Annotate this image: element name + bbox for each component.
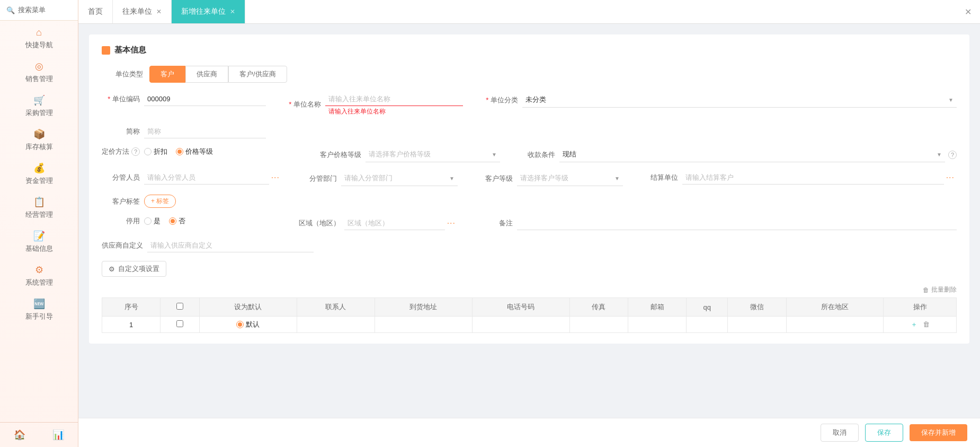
batch-delete-label: 批量删除 bbox=[931, 285, 957, 294]
remarks-input[interactable] bbox=[517, 216, 957, 230]
select-all-checkbox[interactable] bbox=[176, 303, 183, 310]
sidebar-item-operations[interactable]: 📋 经营管理 bbox=[0, 190, 78, 224]
type-btn-customer[interactable]: 客户 bbox=[149, 66, 185, 83]
supplier-custom-input[interactable] bbox=[147, 239, 314, 252]
tab-partners-close[interactable]: ✕ bbox=[156, 8, 162, 15]
form-content: 基本信息 单位类型 客户 供应商 客户/供应商 单位编码 单位名称 bbox=[78, 24, 980, 418]
chevron-down-icon4: ▼ bbox=[449, 176, 455, 181]
radio-price-level[interactable]: 价格等级 bbox=[176, 147, 213, 156]
save-and-new-button[interactable]: 保存并新增 bbox=[910, 424, 967, 441]
unit-name-label: 单位名称 bbox=[283, 100, 325, 109]
sidebar-item-system[interactable]: ⚙ 系统管理 bbox=[0, 258, 78, 292]
sidebar-item-label: 销售管理 bbox=[25, 74, 53, 84]
sidebar-item-label: 库存核算 bbox=[25, 142, 53, 152]
region-input[interactable] bbox=[344, 216, 445, 230]
unit-name-error: 请输入往来单位名称 bbox=[325, 107, 463, 116]
payment-help-icon[interactable]: ? bbox=[948, 151, 957, 159]
sidebar-item-inventory[interactable]: 📦 库存核算 bbox=[0, 122, 78, 156]
unit-code-input[interactable] bbox=[144, 92, 266, 106]
region-field: 区域（地区） ··· bbox=[299, 216, 458, 230]
payment-terms-field: 收款条件 现结 ▼ ? bbox=[517, 147, 957, 162]
tab-bar: 首页 往来单位 ✕ 新增往来单位 ✕ ✕ bbox=[78, 0, 980, 24]
sidebar-item-basic-info[interactable]: 📝 基础信息 bbox=[0, 224, 78, 258]
chevron-down-icon5: ▼ bbox=[614, 176, 620, 181]
settlement-unit-input[interactable] bbox=[682, 171, 944, 185]
unit-category-select[interactable]: 未分类 ▼ bbox=[522, 92, 957, 108]
tab-new-partner[interactable]: 新增往来单位 ✕ bbox=[172, 0, 245, 23]
custom-settings-button[interactable]: ⚙ 自定义项设置 bbox=[102, 261, 166, 277]
type-btn-supplier[interactable]: 供应商 bbox=[185, 66, 228, 83]
sidebar-item-quick-nav[interactable]: ⌂ 快捷导航 bbox=[0, 21, 78, 54]
sidebar-item-sales[interactable]: ◎ 销售管理 bbox=[0, 54, 78, 88]
delete-row-icon[interactable]: 🗑 bbox=[923, 320, 930, 328]
short-name-input[interactable] bbox=[144, 125, 266, 138]
settlement-more-icon[interactable]: ··· bbox=[944, 173, 957, 182]
add-tag-button[interactable]: + 标签 bbox=[144, 195, 176, 208]
sidebar-search[interactable]: 🔍 搜索菜单 bbox=[0, 0, 78, 21]
customer-level-field: 客户等级 请选择客户等级 ▼ bbox=[475, 171, 623, 186]
sidebar-bottom: 🏠 📊 bbox=[0, 422, 78, 447]
col-address: 到货地址 bbox=[375, 298, 472, 317]
settlement-unit-label: 结算单位 bbox=[640, 173, 682, 182]
remarks-field: 备注 bbox=[475, 216, 957, 230]
payment-terms-select[interactable]: 现结 ▼ bbox=[559, 147, 945, 162]
customer-tag-label: 客户标签 bbox=[102, 197, 144, 206]
sidebar-item-purchase[interactable]: 🛒 采购管理 bbox=[0, 88, 78, 122]
manager-more-icon[interactable]: ··· bbox=[269, 173, 282, 182]
form-row-5: 客户标签 + 标签 bbox=[102, 195, 957, 208]
type-btn-both[interactable]: 客户/供应商 bbox=[228, 66, 287, 83]
operations-icon: 📋 bbox=[33, 196, 45, 208]
tab-partners[interactable]: 往来单位 ✕ bbox=[113, 0, 172, 23]
row-checkbox[interactable] bbox=[176, 320, 183, 327]
unit-name-input[interactable] bbox=[325, 92, 463, 106]
customer-level-select[interactable]: 请选择客户等级 ▼ bbox=[517, 171, 623, 186]
unit-code-field: 单位编码 bbox=[102, 92, 266, 106]
default-radio[interactable]: 默认 bbox=[203, 320, 293, 329]
cell-region bbox=[786, 317, 884, 333]
cell-phone bbox=[472, 317, 569, 333]
sales-icon: ◎ bbox=[35, 60, 43, 72]
radio-discount[interactable]: 折扣 bbox=[144, 147, 167, 156]
sidebar-bottom-home[interactable]: 🏠 bbox=[0, 427, 39, 443]
radio-yes[interactable]: 是 bbox=[144, 216, 161, 226]
save-button[interactable]: 保存 bbox=[865, 424, 903, 442]
default-radio-outer bbox=[236, 321, 244, 328]
col-checkbox bbox=[161, 298, 200, 317]
form-row-7: 供应商自定义 bbox=[102, 239, 957, 252]
cell-checkbox bbox=[161, 317, 200, 333]
pricing-method-label: 定价方法 ? bbox=[102, 147, 144, 156]
purchase-icon: 🛒 bbox=[33, 94, 45, 106]
pricing-help-icon[interactable]: ? bbox=[131, 147, 140, 156]
tab-home[interactable]: 首页 bbox=[78, 0, 113, 23]
col-region: 所在地区 bbox=[786, 298, 884, 317]
radio-no[interactable]: 否 bbox=[169, 216, 185, 226]
cell-default: 默认 bbox=[199, 317, 297, 333]
window-close-button[interactable]: ✕ bbox=[956, 0, 980, 23]
col-qq: qq bbox=[687, 298, 728, 317]
chevron-down-icon3: ▼ bbox=[937, 152, 942, 157]
tab-home-label: 首页 bbox=[88, 7, 103, 16]
radio-yes-outer bbox=[144, 217, 152, 225]
region-label: 区域（地区） bbox=[299, 218, 344, 228]
supplier-custom-label: 供应商自定义 bbox=[102, 241, 147, 250]
customer-price-level-select[interactable]: 请选择客户价格等级 ▼ bbox=[366, 147, 500, 162]
add-row-icon[interactable]: ＋ bbox=[911, 320, 917, 328]
customer-price-level-placeholder: 请选择客户价格等级 bbox=[369, 150, 431, 159]
sidebar-item-label: 经营管理 bbox=[25, 210, 53, 220]
sidebar-item-guide[interactable]: 🆕 新手引导 bbox=[0, 292, 78, 326]
bottom-bar: 取消 保存 保存并新增 bbox=[78, 418, 980, 447]
col-actions: 操作 bbox=[884, 298, 957, 317]
customer-level-label: 客户等级 bbox=[475, 174, 517, 183]
unit-category-label: 单位分类 bbox=[480, 95, 522, 105]
tab-new-partner-close[interactable]: ✕ bbox=[230, 8, 235, 15]
sidebar-bottom-stats[interactable]: 📊 bbox=[39, 427, 78, 443]
contacts-table: 序号 设为默认 联系人 到货地址 电话号码 传真 邮箱 qq 微信 所在地区 操… bbox=[102, 297, 957, 333]
cancel-button[interactable]: 取消 bbox=[821, 424, 859, 442]
department-field: 分管部门 请输入分管部门 ▼ bbox=[299, 171, 458, 186]
manager-input[interactable] bbox=[144, 171, 269, 185]
region-more-icon[interactable]: ··· bbox=[445, 218, 458, 228]
home-icon: ⌂ bbox=[36, 27, 42, 38]
department-select[interactable]: 请输入分管部门 ▼ bbox=[341, 171, 458, 186]
batch-delete-button[interactable]: 🗑 批量删除 bbox=[923, 285, 957, 294]
sidebar-item-funds[interactable]: 💰 资金管理 bbox=[0, 156, 78, 190]
